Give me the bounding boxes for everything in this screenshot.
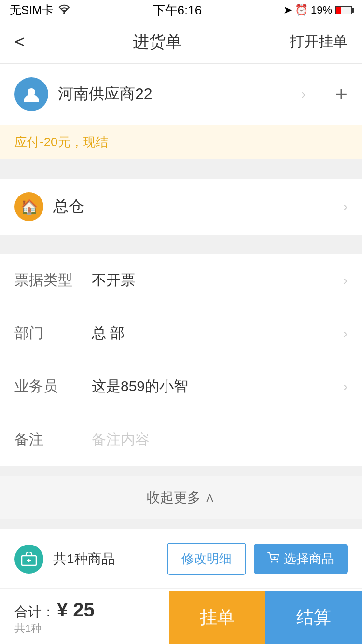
warehouse-section: 🏠 总仓 › xyxy=(0,179,362,235)
products-icon xyxy=(14,545,43,574)
supplier-name: 河南供应商22 xyxy=(58,84,301,105)
wifi-icon xyxy=(57,3,71,17)
carrier-text: 无SIM卡 xyxy=(10,2,54,18)
location-icon: ➤ xyxy=(283,4,292,16)
svg-point-5 xyxy=(271,561,273,563)
back-button[interactable]: < xyxy=(14,32,25,52)
checkout-button[interactable]: 结算 xyxy=(265,591,362,644)
supplier-row[interactable]: 河南供应商22 › + xyxy=(0,64,362,125)
divider-2 xyxy=(0,244,362,254)
status-time: 下午6:16 xyxy=(153,2,202,19)
department-arrow-icon: › xyxy=(343,326,348,341)
divider-1 xyxy=(0,169,362,179)
total-amount: ¥ 25 xyxy=(57,599,95,621)
invoice-arrow-icon: › xyxy=(343,273,348,288)
total-section: 合计： ¥ 25 共1种 xyxy=(0,591,169,644)
add-supplier-button[interactable]: + xyxy=(325,82,348,106)
main-content: 河南供应商22 › + 应付-20元，现结 🏠 总仓 › 票据类型 不开票 › … xyxy=(0,64,362,644)
invoice-row[interactable]: 票据类型 不开票 › xyxy=(0,254,362,307)
svg-point-6 xyxy=(277,561,278,563)
remark-input[interactable]: 备注内容 xyxy=(82,430,348,449)
pending-button[interactable]: 挂单 xyxy=(169,591,265,644)
warehouse-icon: 🏠 xyxy=(14,192,43,221)
remark-row[interactable]: 备注 备注内容 xyxy=(0,413,362,466)
warehouse-arrow-icon: › xyxy=(343,199,348,214)
salesman-arrow-icon: › xyxy=(343,379,348,394)
status-right: ➤ ⏰ 19% xyxy=(283,4,352,16)
department-row[interactable]: 部门 总 部 › xyxy=(0,307,362,360)
battery-icon xyxy=(335,6,352,14)
form-section: 票据类型 不开票 › 部门 总 部 › 业务员 这是859的小智 › 备注 备注… xyxy=(0,254,362,466)
products-header: 共1种商品 修改明细 选择商品 xyxy=(0,529,362,588)
department-value: 总 部 xyxy=(82,323,343,343)
cart-icon xyxy=(267,551,280,566)
products-count: 共1种商品 xyxy=(53,550,167,568)
battery-percent: 19% xyxy=(311,4,332,16)
select-product-label: 选择商品 xyxy=(284,550,334,567)
warehouse-name: 总仓 xyxy=(53,196,343,217)
salesman-label: 业务员 xyxy=(14,377,82,396)
bottom-bar: 合计： ¥ 25 共1种 挂单 结算 xyxy=(0,591,362,644)
svg-point-0 xyxy=(63,12,65,14)
nav-bar: < 进货单 打开挂单 xyxy=(0,20,362,64)
warehouse-row[interactable]: 🏠 总仓 › xyxy=(0,179,362,235)
invoice-value: 不开票 xyxy=(82,270,343,290)
select-product-button[interactable]: 选择商品 xyxy=(254,544,348,574)
page-title: 进货单 xyxy=(133,31,182,53)
notice-bar: 应付-20元，现结 xyxy=(0,125,362,159)
divider-3 xyxy=(0,519,362,529)
collapse-button[interactable]: 收起更多 ∧ xyxy=(0,476,362,519)
department-label: 部门 xyxy=(14,323,82,343)
open-pending-button[interactable]: 打开挂单 xyxy=(290,32,348,52)
salesman-value: 这是859的小智 xyxy=(82,377,343,396)
notice-text: 应付-20元，现结 xyxy=(14,135,108,149)
remark-label: 备注 xyxy=(14,430,82,449)
edit-detail-button[interactable]: 修改明细 xyxy=(167,543,246,575)
invoice-label: 票据类型 xyxy=(14,270,82,290)
supplier-arrow-icon: › xyxy=(301,86,306,102)
salesman-row[interactable]: 业务员 这是859的小智 › xyxy=(0,360,362,413)
total-label: 合计： xyxy=(14,603,55,621)
total-sub: 共1种 xyxy=(14,621,154,636)
status-left: 无SIM卡 xyxy=(10,2,71,18)
status-bar: 无SIM卡 下午6:16 ➤ ⏰ 19% xyxy=(0,0,362,20)
supplier-section: 河南供应商22 › + 应付-20元，现结 xyxy=(0,64,362,159)
alarm-icon: ⏰ xyxy=(295,4,308,16)
supplier-avatar xyxy=(14,77,48,111)
